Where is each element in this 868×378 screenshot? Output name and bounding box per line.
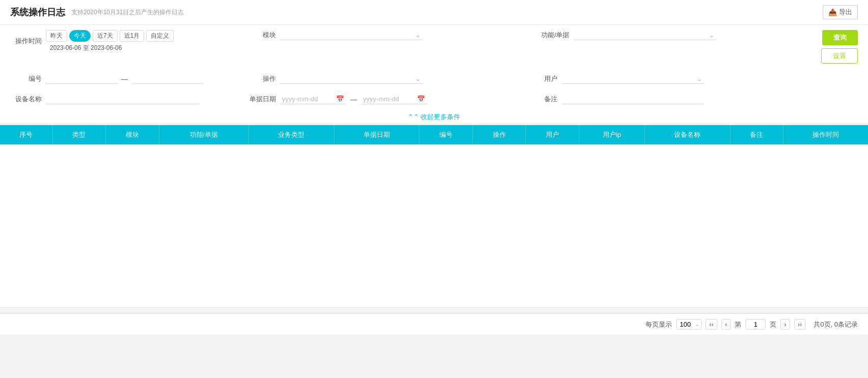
filter-row-2: 编号 — 操作 ⌄ 用户 ⌄ <box>0 69 868 84</box>
user-label: 用户 <box>526 74 562 83</box>
operation-filter-group: 操作 ⌄ <box>244 74 506 84</box>
module-select-wrapper: ⌄ <box>280 30 423 40</box>
table-header-cell: 用户ip <box>579 125 645 144</box>
page-title: 系统操作日志 <box>10 6 65 18</box>
collapse-label: 收起更多条件 <box>421 113 460 121</box>
time-btn-1month[interactable]: 近1月 <box>120 30 145 42</box>
time-btn-yesterday[interactable]: 昨天 <box>46 30 67 42</box>
page-subtitle: 支持2020年10月31日之后产生的操作日志 <box>71 8 184 17</box>
calendar-to-icon[interactable]: 📅 <box>417 95 425 103</box>
module-select[interactable] <box>280 30 423 40</box>
user-select[interactable] <box>562 74 704 83</box>
table-header-cell: 序号 <box>0 125 52 144</box>
table-header-cell: 功能/单据 <box>159 125 248 144</box>
device-filter-group: 设备名称 <box>10 94 224 104</box>
time-filter-group: 操作时间 昨天 今天 近7天 近1月 自定义 2023-06-06 至 2023… <box>10 30 224 52</box>
table-header-cell: 操作时间 <box>783 125 868 144</box>
table-header-cell: 用户 <box>526 125 579 144</box>
page-size-wrapper: 102050100200 ⌄ <box>676 319 702 330</box>
last-page-button[interactable]: ›› <box>794 319 806 330</box>
remark-input[interactable] <box>562 94 704 104</box>
user-select-wrapper: ⌄ <box>562 74 704 84</box>
time-btn-custom[interactable]: 自定义 <box>146 30 174 42</box>
time-btn-today[interactable]: 今天 <box>69 30 91 42</box>
total-info: 共0页, 0条记录 <box>814 320 858 329</box>
calendar-from-icon[interactable]: 📅 <box>336 95 344 103</box>
filter-row-3: 设备名称 单据日期 📅 — 📅 备注 <box>0 89 868 104</box>
remark-label: 备注 <box>526 95 562 104</box>
user-filter-group: 用户 ⌄ <box>526 74 787 84</box>
module-label: 模块 <box>244 31 280 40</box>
per-page-label: 每页显示 <box>646 320 672 329</box>
number-label: 编号 <box>10 74 46 83</box>
table-header-cell: 备注 <box>730 125 783 144</box>
page-size-select[interactable]: 102050100200 <box>676 319 702 330</box>
empty-area <box>0 144 868 307</box>
table-header-cell: 设备名称 <box>645 125 730 144</box>
horizontal-scrollbar[interactable] <box>0 307 868 313</box>
function-label: 功能/单据 <box>538 31 574 40</box>
query-button[interactable]: 查询 <box>822 30 858 45</box>
page-label: 第 <box>735 320 741 329</box>
number-from-input[interactable] <box>46 74 117 84</box>
table-container: 序号类型模块功能/单据业务类型单据日期编号操作用户用户ip设备名称备注操作时间 <box>0 125 868 144</box>
function-filter-group: 功能/单据 ⌄ <box>538 30 811 40</box>
docdate-to-wrapper: 📅 <box>361 94 427 104</box>
filter-row-1: 操作时间 昨天 今天 近7天 近1月 自定义 2023-06-06 至 2023… <box>0 25 868 64</box>
page-header: 系统操作日志 支持2020年10月31日之后产生的操作日志 📤 导出 <box>0 0 868 25</box>
table-header-cell: 操作 <box>472 125 525 144</box>
docdate-label: 单据日期 <box>244 95 280 104</box>
table-header-cell: 单据日期 <box>334 125 419 144</box>
page-number-input[interactable] <box>745 319 766 330</box>
export-icon: 📤 <box>828 8 837 16</box>
time-range: 2023-06-06 至 2023-06-06 <box>50 44 174 52</box>
filter-section: 操作时间 昨天 今天 近7天 近1月 自定义 2023-06-06 至 2023… <box>0 25 868 125</box>
prev-page-button[interactable]: ‹ <box>721 319 731 330</box>
remark-filter-group: 备注 <box>526 94 787 104</box>
device-label: 设备名称 <box>10 95 46 104</box>
module-filter-group: 模块 ⌄ <box>244 30 518 40</box>
first-page-button[interactable]: ‹‹ <box>706 319 717 330</box>
page-suffix: 页 <box>770 320 776 329</box>
operation-label: 操作 <box>244 74 280 83</box>
table-header-cell: 类型 <box>52 125 105 144</box>
export-label: 导出 <box>839 8 852 17</box>
table-header-cell: 模块 <box>106 125 159 144</box>
next-page-button[interactable]: › <box>780 319 790 330</box>
export-button[interactable]: 📤 导出 <box>823 5 858 19</box>
docdate-from-wrapper: 📅 <box>280 94 346 104</box>
operation-select[interactable] <box>280 74 423 83</box>
function-select-wrapper: ⌄ <box>574 30 716 40</box>
device-input[interactable] <box>46 94 199 104</box>
function-select[interactable] <box>574 30 716 40</box>
table-header-row: 序号类型模块功能/单据业务类型单据日期编号操作用户用户ip设备名称备注操作时间 <box>0 125 868 144</box>
table-header-cell: 业务类型 <box>249 125 334 144</box>
pagination-bar: 每页显示 102050100200 ⌄ ‹‹ ‹ 第 页 › ›› 共0页, 0… <box>0 313 868 335</box>
collapse-up-icon: ⌃⌃ <box>408 113 419 121</box>
docdate-filter-group: 单据日期 📅 — 📅 <box>244 94 506 104</box>
settings-button[interactable]: 设置 <box>821 48 858 64</box>
time-label: 操作时间 <box>10 37 46 46</box>
action-buttons: 查询 设置 <box>821 30 858 64</box>
operation-select-wrapper: ⌄ <box>280 74 423 84</box>
number-to-input[interactable] <box>132 74 203 84</box>
docdate-dash: — <box>346 96 361 103</box>
collapse-bar[interactable]: ⌃⌃ 收起更多条件 <box>0 109 868 125</box>
table-header-cell: 编号 <box>419 125 472 144</box>
number-filter-group: 编号 — <box>10 74 224 84</box>
time-buttons: 昨天 今天 近7天 近1月 自定义 <box>46 30 174 42</box>
data-table: 序号类型模块功能/单据业务类型单据日期编号操作用户用户ip设备名称备注操作时间 <box>0 125 868 144</box>
time-btn-7days[interactable]: 近7天 <box>93 30 118 42</box>
number-dash: — <box>117 75 132 83</box>
